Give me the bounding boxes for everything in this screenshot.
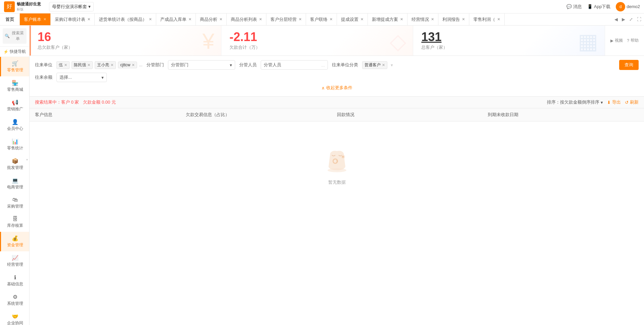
sidebar-item-purchase[interactable]: 🛍 采购管理 xyxy=(0,193,29,213)
tab-retail-profit[interactable]: 零售利润（ ✕ xyxy=(469,13,505,26)
filter-balance-input[interactable]: 选择... ▾ xyxy=(56,73,107,82)
filter-dept-input[interactable]: 分管部门 ▾ xyxy=(168,60,235,70)
tab-home-label: 首页 xyxy=(5,16,14,23)
filter-balance-placeholder: 选择... xyxy=(59,74,72,80)
sidebar-item-basics[interactable]: ℹ 基础信息 xyxy=(0,271,29,290)
store-selector[interactable]: 母婴行业演示帐套 ▾ xyxy=(49,2,94,11)
sidebar-item-operations[interactable]: 📈 经营管理 xyxy=(0,251,29,271)
tab-customer-segment-close[interactable]: ✕ xyxy=(299,17,302,22)
stat3-label: 总客户（家） xyxy=(421,44,447,50)
tab-profit-report-label: 利润报告 xyxy=(442,16,460,23)
sidebar-item-member[interactable]: 👤 会员中心 xyxy=(0,115,29,135)
sidebar-item-retail-stats[interactable]: 📊 零售统计 xyxy=(0,135,29,154)
table-header: 客户信息 欠款交易信息（占比） 回款情况 到期未收款日期 xyxy=(30,108,644,121)
filter-row-1: 往来单位 伍 ✕ 陈民强 ✕ 王小亮 ✕ cjttcw xyxy=(35,60,639,70)
debt-amount-unit: 元 xyxy=(112,100,116,105)
filter-tag-wu-close[interactable]: ✕ xyxy=(64,63,67,67)
sidebar-item-system[interactable]: ⚙ 系统管理 xyxy=(0,290,29,310)
filter-tag-chen-close[interactable]: ✕ xyxy=(87,63,90,67)
stat1-number: 16 xyxy=(38,31,73,43)
refresh-btn[interactable]: ↺ 刷新 xyxy=(625,99,639,105)
tab-profit-report[interactable]: 利润报告 ✕ xyxy=(438,13,469,26)
tab-profit-report-close[interactable]: ✕ xyxy=(462,17,465,22)
empty-text: 暂无数据 xyxy=(328,179,346,185)
filter-person-more[interactable]: ... xyxy=(321,63,325,68)
filter-tag-cjttcw-close[interactable]: ✕ xyxy=(132,63,135,67)
tab-business-label: 经营情况 xyxy=(412,16,429,23)
sidebar-item-marketing[interactable]: 📢 营销推广 xyxy=(0,96,29,115)
retail-icon: 🛒 xyxy=(12,60,18,67)
query-btn[interactable]: 查询 xyxy=(619,60,639,70)
tab-purchase-orders-close[interactable]: ✕ xyxy=(87,17,90,22)
tab-business-close[interactable]: ✕ xyxy=(431,17,434,22)
customer-unit: 家 xyxy=(75,100,79,105)
tab-business[interactable]: 经营情况 ✕ xyxy=(407,13,438,26)
store-name: 母婴行业演示帐套 xyxy=(52,4,87,10)
filter-tags-unit: 伍 ✕ 陈民强 ✕ 王小亮 ✕ cjttcw ✕ ... xyxy=(56,61,142,69)
stat-card-debt-amount: ◇ -2.11 欠款合计（万） xyxy=(221,26,413,56)
tab-purchase-orders[interactable]: 采购订单统计表 ✕ xyxy=(51,13,95,26)
tab-product-analysis-list-close[interactable]: ✕ xyxy=(259,17,262,22)
collapse-label: 收起更多条件 xyxy=(326,85,352,91)
sidebar-item-finance[interactable]: 💰 资金管理 xyxy=(0,232,29,251)
tab-customer-contact-close[interactable]: ✕ xyxy=(330,17,333,22)
nav-tabs: 首页 客户账本 ✕ 采购订单统计表 ✕ 进货单统计表（按商品） ✕ 产成品入库单… xyxy=(0,13,644,26)
sidebar-item-wholesale[interactable]: 📦 批发管理 ▾ xyxy=(0,154,29,174)
sort-select[interactable]: 排序：按欠款金额倒序排序 ▾ xyxy=(547,99,603,105)
collapse-btn[interactable]: ∧ 收起更多条件 xyxy=(35,85,639,91)
tab-product-analysis-list[interactable]: 商品分析列表 ✕ xyxy=(227,13,266,26)
tab-promotion-settings[interactable]: 提成设置 ✕ xyxy=(337,13,368,26)
filter-tags-more[interactable]: ... xyxy=(139,63,142,67)
filter-tag-normal-customer-close[interactable]: ✕ xyxy=(382,63,385,67)
tab-promotion-settings-close[interactable]: ✕ xyxy=(360,17,363,22)
video-icon: ▶ xyxy=(610,38,613,43)
app-download-btn[interactable]: 📱 App下载 xyxy=(587,4,610,10)
tab-product-analysis-list-label: 商品分析列表 xyxy=(231,16,257,23)
filter-tag-wang-close[interactable]: ✕ xyxy=(111,63,114,67)
sidebar-item-ecommerce[interactable]: 💻 电商管理 xyxy=(0,174,29,193)
tab-accounts[interactable]: 客户账本 ✕ xyxy=(20,13,51,26)
sidebar-item-retail-mall[interactable]: 🏪 零售商城 xyxy=(0,76,29,96)
filter-tag-cjttcw-label: cjttcw xyxy=(120,63,130,67)
sidebar-search-btn[interactable]: 🔍 搜索菜单 xyxy=(3,28,27,44)
tab-home[interactable]: 首页 xyxy=(0,13,20,26)
tab-product-analysis-close[interactable]: ✕ xyxy=(219,17,222,22)
sidebar-item-retail[interactable]: 🛒 零售管理 xyxy=(0,57,29,76)
filter-person-input[interactable]: 分管人员 ... xyxy=(261,60,328,70)
category-dropdown-arrow: ▾ xyxy=(391,63,393,68)
tab-new-promotion[interactable]: 新增提成方案 ✕ xyxy=(368,13,407,26)
tab-produce-stock[interactable]: 产成品入库单 ✕ xyxy=(156,13,196,26)
filter-tag-normal-customer: 普通客户 ✕ xyxy=(362,61,387,69)
nav-tabs-right-arrow[interactable]: ▶ xyxy=(620,15,627,23)
user-profile[interactable]: d demo2 xyxy=(616,2,640,11)
export-btn[interactable]: ⬇ 导出 xyxy=(607,99,621,105)
help-label: 帮助 xyxy=(631,38,639,43)
tab-customer-contact[interactable]: 客户联络 ✕ xyxy=(306,13,337,26)
tab-product-analysis[interactable]: 商品分析 ✕ xyxy=(196,13,227,26)
debt-amount: 0.00 xyxy=(102,100,112,105)
nav-tabs-fullscreen[interactable]: ⛶ xyxy=(636,15,643,23)
sidebar-item-purchase-label: 采购管理 xyxy=(7,204,23,209)
tab-retail-profit-close[interactable]: ✕ xyxy=(497,17,500,22)
video-btn[interactable]: ▶ 视频 xyxy=(610,38,623,43)
nav-tabs-expand[interactable]: ⤢ xyxy=(628,15,634,23)
video-label: 视频 xyxy=(615,38,623,43)
tab-stock-stats-close[interactable]: ✕ xyxy=(149,17,152,22)
messages-btn[interactable]: 💬 消息 xyxy=(566,4,582,10)
help-btn[interactable]: ? 帮助 xyxy=(627,38,639,43)
operations-icon: 📈 xyxy=(12,255,18,261)
tab-accounts-close[interactable]: ✕ xyxy=(43,17,46,22)
tab-purchase-orders-label: 采购订单统计表 xyxy=(55,16,85,23)
tab-stock-stats[interactable]: 进货单统计表（按商品） ✕ xyxy=(95,13,156,26)
wholesale-arrow-icon: ▾ xyxy=(26,158,28,161)
nav-tabs-left-arrow[interactable]: ◀ xyxy=(613,15,619,23)
sidebar-search-label: 搜索菜单 xyxy=(11,30,25,42)
quick-nav-btn[interactable]: ⚡ 快捷导航 xyxy=(0,47,29,57)
tab-customer-segment[interactable]: 客户分层经营 ✕ xyxy=(266,13,306,26)
sidebar-item-enterprise[interactable]: 🤝 企业协同 xyxy=(0,310,29,325)
tab-new-promotion-close[interactable]: ✕ xyxy=(400,17,403,22)
sidebar-item-inventory[interactable]: 🗄 库存核算 xyxy=(0,213,29,232)
collapse-up-icon: ∧ xyxy=(321,85,325,91)
tab-retail-profit-label: 零售利润（ xyxy=(473,16,495,23)
tab-produce-stock-close[interactable]: ✕ xyxy=(188,17,191,22)
